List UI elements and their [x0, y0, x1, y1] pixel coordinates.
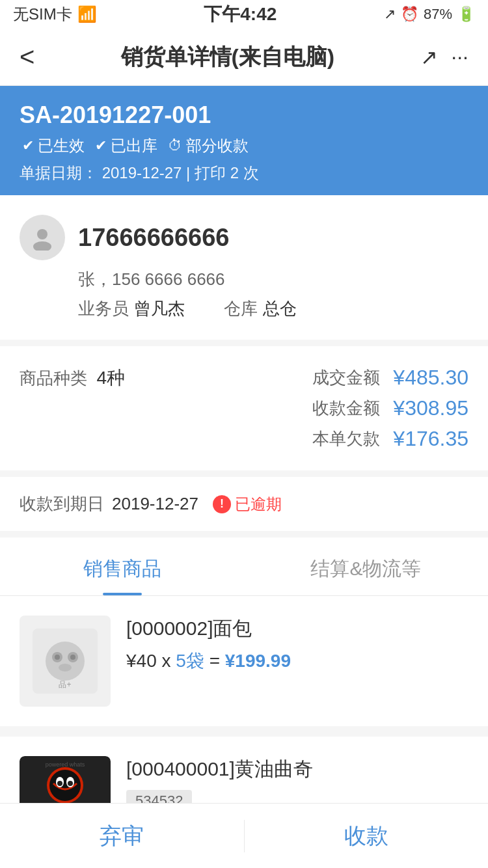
product-type-stat: 商品种类 4种 — [20, 366, 125, 390]
svg-point-8 — [59, 664, 72, 671]
check-icon-1: ✔ — [22, 137, 34, 154]
collected-value: ¥308.95 — [393, 396, 468, 420]
tab-sales-label: 销售商品 — [83, 558, 161, 579]
owed-label: 本单欠款 — [312, 427, 380, 450]
owed-amount-row: 本单欠款 ¥176.35 — [312, 427, 468, 451]
sales-value: 曾凡杰 — [134, 297, 185, 320]
product-price-1: ¥40 x — [126, 651, 176, 671]
product-qty-1: 5袋 — [176, 651, 204, 671]
svg-text:品+: 品+ — [59, 680, 71, 689]
page-title: 销货单详情(来自电脑) — [121, 42, 335, 72]
deal-value: ¥485.30 — [393, 366, 468, 390]
product-name-2: [000400001]黄油曲奇 — [126, 756, 468, 783]
overdue-text: 已逾期 — [235, 494, 282, 515]
cancel-review-button[interactable]: 弃审 — [0, 804, 244, 868]
svg-point-3 — [46, 642, 85, 681]
print-info: | 打印 2 次 — [186, 164, 259, 182]
overdue-badge: ! 已逾期 — [213, 494, 282, 515]
tab-settlement-label: 结算&物流等 — [310, 558, 421, 579]
svg-point-6 — [55, 655, 60, 660]
avatar — [20, 215, 65, 260]
product-type-value: 4种 — [96, 368, 125, 388]
owed-value: ¥176.35 — [393, 427, 468, 451]
bottom-bar: 弃审 收款 — [0, 803, 488, 868]
product-equals-1: = — [204, 651, 225, 671]
deal-amount-row: 成交金额 ¥485.30 — [312, 366, 468, 390]
product-total-1: ¥199.99 — [225, 651, 291, 671]
collected-amount-row: 收款金额 ¥308.95 — [312, 396, 468, 420]
svg-point-7 — [70, 655, 75, 660]
stats-section: 商品种类 4种 成交金额 ¥485.30 收款金额 ¥308.95 本单欠款 ¥… — [0, 346, 488, 470]
svg-point-0 — [37, 229, 47, 239]
svg-point-15 — [57, 781, 62, 786]
svg-point-16 — [68, 781, 73, 786]
battery-status: 87% — [424, 6, 452, 23]
order-id: SA-20191227-001 — [20, 102, 211, 129]
date-value: 2019-12-27 — [102, 164, 182, 182]
battery-icon: 🔋 — [457, 6, 475, 23]
tab-sales-products[interactable]: 销售商品 — [0, 537, 244, 595]
sales-label: 业务员 — [78, 297, 129, 320]
nav-actions: ↗ ··· — [420, 45, 468, 70]
badge-effective: ✔ 已生效 — [22, 135, 85, 156]
product-price-row-1: ¥40 x 5袋 = ¥199.99 — [126, 649, 468, 673]
svg-text:powered whats: powered whats — [46, 761, 85, 768]
status-bar: 无SIM卡 📶 下午4:42 ↗ ⏰ 87% 🔋 — [0, 0, 488, 29]
tab-settlement[interactable]: 结算&物流等 — [244, 537, 488, 595]
customer-name: 17666666666 — [78, 224, 229, 252]
more-icon[interactable]: ··· — [451, 45, 468, 69]
due-label: 收款到期日 — [20, 493, 104, 515]
order-date-row: 单据日期： 2019-12-27 | 打印 2 次 — [20, 163, 468, 183]
share-icon[interactable]: ↗ — [420, 45, 438, 70]
svg-point-1 — [33, 241, 51, 251]
order-badges: ✔ 已生效 ✔ 已出库 ⏱ 部分收款 — [22, 135, 468, 156]
alarm-icon: ⏰ — [401, 6, 418, 23]
product-name-1: [0000002]面包 — [126, 616, 468, 642]
check-icon-2: ✔ — [95, 137, 107, 154]
customer-contact: 张，156 6666 6666 — [78, 268, 468, 291]
wifi-icon: 📶 — [77, 5, 97, 23]
badge-partial: ⏱ 部分收款 — [168, 135, 249, 156]
tabs-row: 销售商品 结算&物流等 — [0, 537, 488, 595]
status-bar-right: ↗ ⏰ 87% 🔋 — [384, 6, 475, 23]
warehouse-value: 总仓 — [263, 297, 297, 320]
badge-partial-label: 部分收款 — [186, 135, 249, 156]
tabs-section: 销售商品 结算&物流等 — [0, 537, 488, 596]
badge-effective-label: 已生效 — [38, 135, 85, 156]
badge-shipped-label: 已出库 — [111, 135, 157, 156]
collect-payment-button[interactable]: 收款 — [245, 804, 489, 868]
warehouse-label: 仓库 — [224, 297, 258, 320]
clock-icon: ⏱ — [168, 137, 182, 154]
due-date-value: 2019-12-27 — [112, 494, 198, 514]
nav-bar: < 销货单详情(来自电脑) ↗ ··· — [0, 29, 488, 86]
customer-meta: 业务员 曾凡杰 仓库 总仓 — [78, 297, 468, 320]
customer-top: 17666666666 — [20, 215, 468, 260]
sim-status: 无SIM卡 — [13, 4, 72, 25]
deal-label: 成交金额 — [312, 366, 380, 389]
product-thumbnail-1: 品+ — [20, 616, 111, 707]
order-header: SA-20191227-001 ✔ 已生效 ✔ 已出库 ⏱ 部分收款 单据日期：… — [0, 86, 488, 195]
warehouse: 仓库 总仓 — [224, 297, 297, 320]
location-icon: ↗ — [384, 6, 396, 23]
product-info-1: [0000002]面包 ¥40 x 5袋 = ¥199.99 — [126, 616, 468, 673]
customer-section: 17666666666 张，156 6666 6666 业务员 曾凡杰 仓库 总… — [0, 195, 488, 340]
product-type-label: 商品种类 — [20, 368, 87, 388]
badge-shipped: ✔ 已出库 — [95, 135, 157, 156]
amount-stats: 成交金额 ¥485.30 收款金额 ¥308.95 本单欠款 ¥176.35 — [312, 366, 468, 451]
overdue-icon: ! — [213, 495, 231, 513]
collected-label: 收款金额 — [312, 397, 380, 420]
back-button[interactable]: < — [20, 42, 34, 72]
date-label: 单据日期： — [20, 164, 98, 182]
sales-person: 业务员 曾凡杰 — [78, 297, 185, 320]
status-bar-left: 无SIM卡 📶 — [13, 4, 97, 25]
due-date-section: 收款到期日 2019-12-27 ! 已逾期 — [0, 477, 488, 531]
status-bar-time: 下午4:42 — [204, 2, 277, 27]
product-item: 品+ [0000002]面包 ¥40 x 5袋 = ¥199.99 — [0, 596, 488, 726]
